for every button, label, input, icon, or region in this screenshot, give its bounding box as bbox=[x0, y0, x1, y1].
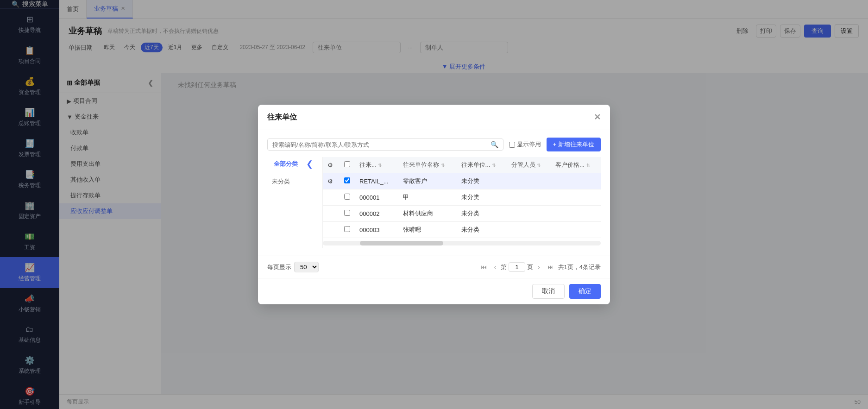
dialog-category-panel: 全部分类 ❮ 未分类 bbox=[267, 157, 323, 248]
table-cell-settings bbox=[323, 222, 340, 238]
collapse-category-button[interactable]: ❮ bbox=[302, 157, 317, 171]
table-cell-manager bbox=[507, 173, 551, 189]
table-col-price[interactable]: 客户价格... ⇅ bbox=[551, 157, 601, 173]
table-cell-name: 材料供应商 bbox=[398, 206, 456, 222]
partner-dialog: 往来单位 ✕ 🔍 显示停用 + 新增往来单位 bbox=[258, 105, 610, 304]
table-col-manager[interactable]: 分管人员 ⇅ bbox=[507, 157, 551, 173]
page-suffix: 页 bbox=[527, 263, 533, 271]
select-all-checkbox[interactable] bbox=[344, 161, 350, 167]
dialog-table-wrap: ⚙ 往来... ⇅ 往来单位名称 ⇅ bbox=[323, 157, 601, 248]
sort-code-icon: ⇅ bbox=[378, 163, 382, 168]
table-cell-check bbox=[340, 222, 355, 238]
next-page-button[interactable]: › bbox=[535, 263, 542, 271]
sort-price-icon: ⇅ bbox=[586, 163, 590, 168]
sort-manager-icon: ⇅ bbox=[537, 163, 541, 168]
table-cell-price bbox=[551, 206, 601, 222]
table-cell-name: 零散客户 bbox=[398, 173, 456, 189]
dialog-content: 全部分类 ❮ 未分类 ⚙ 往来... bbox=[267, 157, 601, 248]
dialog-search-input[interactable] bbox=[272, 141, 488, 148]
dialog-search-wrap: 🔍 bbox=[267, 138, 503, 151]
table-row[interactable]: ⚙ RETAIL_... 零散客户 未分类 bbox=[323, 173, 601, 189]
table-scrollbar[interactable] bbox=[323, 241, 601, 245]
prev-page-button[interactable]: ‹ bbox=[491, 263, 499, 271]
partner-table: ⚙ 往来... ⇅ 往来单位名称 ⇅ bbox=[323, 157, 601, 238]
row-checkbox-4[interactable] bbox=[344, 226, 350, 232]
dialog-action-footer: 取消 确定 bbox=[258, 278, 610, 304]
table-cell-code: 000003 bbox=[355, 222, 398, 238]
row-checkbox-3[interactable] bbox=[344, 210, 350, 216]
per-page-select[interactable]: 50 bbox=[294, 262, 319, 272]
row-checkbox-2[interactable] bbox=[344, 194, 350, 200]
last-page-button[interactable]: ⏭ bbox=[545, 263, 556, 271]
table-col-category[interactable]: 往来单位... ⇅ bbox=[457, 157, 507, 173]
table-col-name[interactable]: 往来单位名称 ⇅ bbox=[398, 157, 456, 173]
sort-name-icon: ⇅ bbox=[441, 163, 445, 168]
table-row[interactable]: 000002 材料供应商 未分类 bbox=[323, 206, 601, 222]
table-cell-check bbox=[340, 189, 355, 206]
confirm-button[interactable]: 确定 bbox=[569, 284, 601, 299]
table-col-code[interactable]: 往来... ⇅ bbox=[355, 157, 398, 173]
table-cell-settings bbox=[323, 189, 340, 206]
table-cell-manager bbox=[507, 189, 551, 206]
table-cell-category: 未分类 bbox=[457, 173, 507, 189]
dialog-body: 🔍 显示停用 + 新增往来单位 全部分类 ❮ 未分类 bbox=[258, 130, 610, 256]
table-cell-code: RETAIL_... bbox=[355, 173, 398, 189]
table-cell-category: 未分类 bbox=[457, 206, 507, 222]
add-partner-button[interactable]: + 新增往来单位 bbox=[547, 138, 601, 151]
row-checkbox-1[interactable] bbox=[344, 177, 350, 183]
table-check-col[interactable] bbox=[340, 157, 355, 173]
page-nav: ⏮ ‹ 第 页 › ⏭ 共1页，4条记录 bbox=[478, 262, 601, 272]
dialog-footer: 每页显示 50 ⏮ ‹ 第 页 › ⏭ 共1页，4条记录 bbox=[258, 256, 610, 278]
table-cell-category: 未分类 bbox=[457, 189, 507, 206]
sort-category-icon: ⇅ bbox=[492, 163, 496, 168]
table-cell-price bbox=[551, 189, 601, 206]
table-cell-price bbox=[551, 173, 601, 189]
table-row[interactable]: 000003 张嗬嗯 未分类 bbox=[323, 222, 601, 238]
search-icon: 🔍 bbox=[491, 141, 498, 148]
table-cell-check bbox=[340, 173, 355, 189]
page-total-info: 共1页，4条记录 bbox=[558, 263, 601, 271]
show-disabled-label: 显示停用 bbox=[517, 140, 541, 149]
table-settings-col[interactable]: ⚙ bbox=[323, 157, 340, 173]
dialog-uncategorized[interactable]: 未分类 bbox=[267, 175, 319, 189]
table-cell-name: 张嗬嗯 bbox=[398, 222, 456, 238]
pagination-row: 每页显示 50 ⏮ ‹ 第 页 › ⏭ 共1页，4条记录 bbox=[267, 262, 601, 272]
table-cell-settings: ⚙ bbox=[323, 173, 340, 189]
per-page-group: 每页显示 50 bbox=[267, 262, 319, 272]
row-settings-icon: ⚙ bbox=[327, 178, 333, 185]
dialog-header: 往来单位 ✕ bbox=[258, 105, 610, 130]
table-cell-name: 甲 bbox=[398, 189, 456, 206]
table-cell-manager bbox=[507, 206, 551, 222]
table-cell-code: 000001 bbox=[355, 189, 398, 206]
dialog-all-category[interactable]: 全部分类 bbox=[269, 157, 302, 171]
table-scrollbar-thumb bbox=[360, 241, 443, 245]
table-cell-category: 未分类 bbox=[457, 222, 507, 238]
table-cell-code: 000002 bbox=[355, 206, 398, 222]
table-cell-manager bbox=[507, 222, 551, 238]
table-cell-settings bbox=[323, 206, 340, 222]
first-page-button[interactable]: ⏮ bbox=[478, 263, 490, 271]
show-disabled-checkbox[interactable] bbox=[509, 142, 515, 148]
cancel-button[interactable]: 取消 bbox=[532, 284, 565, 299]
table-cell-check bbox=[340, 206, 355, 222]
table-row[interactable]: 000001 甲 未分类 bbox=[323, 189, 601, 206]
page-input[interactable] bbox=[509, 262, 525, 272]
page-label: 第 bbox=[501, 263, 507, 271]
dialog-title: 往来单位 bbox=[267, 113, 297, 122]
per-page-label: 每页显示 bbox=[267, 263, 291, 271]
modal-overlay[interactable]: 往来单位 ✕ 🔍 显示停用 + 新增往来单位 bbox=[0, 0, 868, 409]
table-cell-price bbox=[551, 222, 601, 238]
dialog-toolbar: 🔍 显示停用 + 新增往来单位 bbox=[267, 138, 601, 151]
show-disabled-wrap: 显示停用 bbox=[509, 140, 541, 149]
dialog-close-button[interactable]: ✕ bbox=[594, 112, 601, 122]
